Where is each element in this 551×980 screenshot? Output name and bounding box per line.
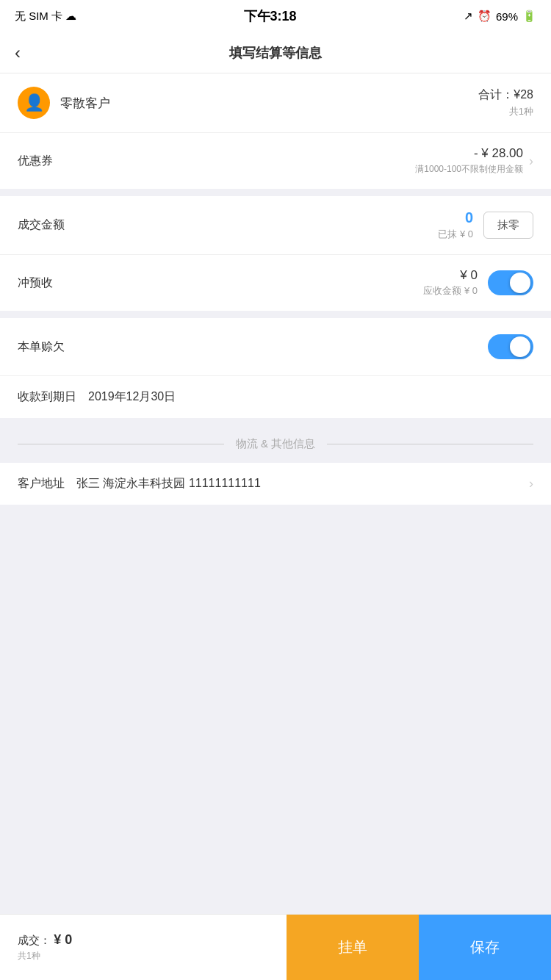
main-content: 👤 零散客户 合计：¥28 共1种 优惠券 - ¥ 28.00 满1000-10… (0, 73, 551, 725)
owing-row: 本单赊欠 (0, 318, 551, 375)
deal-amount-label: 成交金额 (18, 217, 65, 233)
coupon-row[interactable]: 优惠券 - ¥ 28.00 满1000-100不限制使用金额 › (0, 132, 551, 189)
due-date-value: 2019年12月30日 (88, 389, 176, 405)
owing-label: 本单赊欠 (18, 339, 65, 355)
due-date-row: 收款到期日 2019年12月30日 (0, 375, 551, 418)
deal-card: 成交金额 0 已抹 ¥ 0 抹零 冲预收 ¥ 0 应收金额 ¥ 0 (0, 196, 551, 311)
pre-collection-value-wrap: ¥ 0 应收金额 ¥ 0 (423, 268, 478, 298)
address-row[interactable]: 客户地址 张三 海淀永丰科技园 11111111111 › (0, 463, 551, 505)
coupon-desc: 满1000-100不限制使用金额 (415, 163, 523, 176)
bottom-deal-label: 成交： (18, 934, 51, 946)
battery-icon: 🔋 (522, 10, 536, 23)
owing-card: 本单赊欠 收款到期日 2019年12月30日 (0, 318, 551, 418)
deal-amount-row: 成交金额 0 已抹 ¥ 0 抹零 (0, 196, 551, 254)
pre-collection-row: 冲预收 ¥ 0 应收金额 ¥ 0 (0, 254, 551, 311)
pre-collection-label: 冲预收 (18, 275, 53, 291)
customer-name: 零散客户 (60, 95, 110, 112)
customer-row: 👤 零散客户 合计：¥28 共1种 (0, 73, 551, 132)
owing-toggle-knob (510, 336, 530, 357)
customer-right: 合计：¥28 共1种 (478, 87, 533, 118)
bottom-info: 成交： ¥ 0 共1种 (0, 932, 287, 962)
battery-level: 69% (496, 10, 518, 23)
status-bar: 无 SIM 卡 ☁ 下午3:18 ↗ ⏰ 69% 🔋 (0, 0, 551, 32)
status-time: 下午3:18 (244, 7, 297, 25)
coupon-chevron-icon: › (529, 154, 533, 169)
due-date-label: 收款到期日 (18, 389, 76, 405)
total-amount: 合计：¥28 (478, 87, 533, 103)
alarm-icon: ⏰ (478, 10, 491, 23)
deal-amount-sub: 已抹 ¥ 0 (438, 228, 473, 241)
pre-collection-value: ¥ 0 (423, 268, 478, 283)
location-icon: ↗ (464, 10, 473, 23)
deal-amount-value-wrap: 0 已抹 ¥ 0 (438, 209, 473, 241)
save-button[interactable]: 保存 (419, 915, 551, 981)
status-left: 无 SIM 卡 ☁ (15, 10, 76, 24)
pre-collection-sub: 应收金额 ¥ 0 (423, 284, 478, 298)
coupon-right: - ¥ 28.00 满1000-100不限制使用金额 › (415, 146, 533, 176)
deal-amount-right: 0 已抹 ¥ 0 抹零 (438, 209, 533, 241)
gray-area (0, 505, 551, 652)
bottom-deal-row: 成交： ¥ 0 (18, 932, 269, 948)
coupon-label: 优惠券 (18, 154, 53, 169)
customer-left: 👤 零散客户 (18, 87, 110, 119)
total-count: 共1种 (478, 105, 533, 118)
pre-collection-right: ¥ 0 应收金额 ¥ 0 (423, 268, 533, 298)
round-down-button[interactable]: 抹零 (483, 212, 533, 239)
address-chevron-icon: › (529, 476, 533, 491)
address-label: 客户地址 (18, 476, 65, 491)
coupon-amount: - ¥ 28.00 (415, 146, 523, 161)
deal-amount-value: 0 (438, 209, 473, 226)
hold-button[interactable]: 挂单 (287, 915, 419, 981)
logistics-header: 物流 & 其他信息 (0, 425, 551, 463)
owing-toggle[interactable] (488, 334, 533, 359)
address-value: 张三 海淀永丰科技园 11111111111 (76, 476, 523, 491)
bottom-deal-amount: ¥ 0 (54, 932, 72, 947)
sim-status: 无 SIM 卡 ☁ (15, 10, 76, 24)
coupon-info: - ¥ 28.00 满1000-100不限制使用金额 (415, 146, 523, 176)
customer-card: 👤 零散客户 合计：¥28 共1种 优惠券 - ¥ 28.00 满1000-10… (0, 73, 551, 189)
logistics-header-text: 物流 & 其他信息 (236, 437, 315, 451)
page-title: 填写结算等信息 (229, 44, 322, 62)
pre-collection-toggle[interactable] (488, 270, 533, 295)
bottom-bar: 成交： ¥ 0 共1种 挂单 保存 (0, 914, 551, 980)
back-button[interactable]: ‹ (15, 43, 21, 63)
bottom-count: 共1种 (18, 950, 269, 962)
status-right: ↗ ⏰ 69% 🔋 (464, 10, 536, 23)
avatar: 👤 (18, 87, 50, 119)
nav-bar: ‹ 填写结算等信息 (0, 32, 551, 73)
toggle-knob (510, 273, 530, 293)
